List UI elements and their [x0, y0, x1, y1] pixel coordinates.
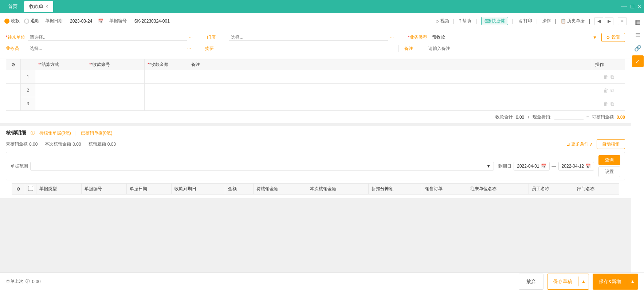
- cash-discount-input[interactable]: [554, 114, 584, 120]
- close-btn[interactable]: ×: [638, 3, 641, 10]
- verif-info-icon[interactable]: ⓘ: [31, 130, 35, 136]
- bottom-table-header: ⚙ 单据类型 单据编号 单据日期 收款到期日 金额 待核销金额 本次核销金额 折…: [12, 184, 619, 195]
- biz-type-dropdown-icon[interactable]: ▼: [593, 35, 597, 40]
- plus-sign: +: [527, 115, 530, 120]
- salesperson-field: 业务员 ···: [6, 45, 193, 52]
- help-btn[interactable]: ? 帮助: [459, 18, 471, 24]
- maximize-btn[interactable]: □: [631, 3, 634, 10]
- row1-delete-icon[interactable]: 🗑: [603, 74, 608, 80]
- video-btn[interactable]: ▷ 视频: [436, 18, 449, 24]
- divider-1: [201, 34, 201, 41]
- nav-next-btn[interactable]: ▶: [605, 17, 613, 25]
- col-payment-header: **结算方式: [35, 59, 86, 70]
- pending-tab[interactable]: 待核销单据(0笔): [39, 130, 71, 136]
- tab-divider: |: [75, 130, 76, 136]
- print-btn[interactable]: 🖨 打印: [518, 18, 532, 24]
- tab-active[interactable]: 收款单 ×: [24, 1, 53, 12]
- radio-refund[interactable]: 退款: [24, 18, 39, 24]
- partner-more-btn[interactable]: ···: [187, 35, 195, 40]
- sidebar-attachment-icon[interactable]: 🔗: [632, 42, 644, 54]
- row3-amount[interactable]: [145, 97, 188, 111]
- sidebar-list-icon[interactable]: ☰: [632, 29, 644, 41]
- cash-discount-label: 现金折扣:: [533, 114, 551, 120]
- equals-sign: =: [586, 115, 589, 120]
- radio-refund-label: 退款: [31, 18, 39, 24]
- due-date-label: 到期日: [498, 163, 511, 169]
- notes-field: 备注: [404, 45, 592, 52]
- row1-copy-icon[interactable]: ⧉: [610, 74, 614, 80]
- more-cond-btn[interactable]: ⊿ 更多条件 ∧: [566, 141, 593, 147]
- row3-delete-icon[interactable]: 🗑: [603, 101, 608, 107]
- filter-setting-btn[interactable]: 设置: [598, 166, 620, 177]
- summary-input[interactable]: [227, 45, 392, 52]
- store-more-btn[interactable]: ···: [388, 35, 396, 40]
- current-verif-value: 0.00: [72, 142, 81, 147]
- bottom-col-employee: 员工名称: [529, 184, 574, 195]
- number-label: 单据编号: [109, 18, 127, 24]
- bottom-col-checkbox[interactable]: [25, 184, 36, 195]
- row3-gear: [6, 97, 21, 111]
- collect-total-value: 0.00: [516, 115, 524, 120]
- query-btn[interactable]: 查询: [598, 155, 620, 165]
- verification-section: 核销明细 ⓘ 待核销单据(0笔) | 已核销单据(0笔) 未核销金额 0.00 …: [0, 126, 631, 198]
- tab-close-icon[interactable]: ×: [46, 4, 48, 9]
- partner-input[interactable]: [28, 34, 187, 41]
- footer-spacer: [0, 198, 631, 220]
- row2-notes[interactable]: [188, 84, 592, 97]
- diff-label: 核销差额: [89, 141, 106, 147]
- type-selector: 收款 退款: [4, 18, 39, 24]
- row1-account[interactable]: [86, 70, 145, 84]
- nav-prev-btn[interactable]: ◀: [594, 17, 603, 25]
- notes-label: 备注: [404, 46, 426, 52]
- col-action-header: 操作: [592, 59, 625, 70]
- row2-account[interactable]: [86, 84, 145, 97]
- store-input[interactable]: [229, 34, 388, 41]
- row1-notes[interactable]: [188, 70, 592, 84]
- row2-action: 🗑 ⧉: [592, 84, 625, 97]
- row2-amount[interactable]: [145, 84, 188, 97]
- row2-payment[interactable]: [35, 84, 86, 97]
- col-settings-header[interactable]: ⚙: [6, 59, 21, 70]
- date-to-input[interactable]: 2022-04-12 📅: [558, 162, 594, 171]
- main-scroll[interactable]: *往来单位 ··· 门店 ··· *业务类型 预收款 ▼: [0, 29, 644, 273]
- row2-delete-icon[interactable]: 🗑: [603, 87, 608, 93]
- done-tab[interactable]: 已核销单据(0笔): [81, 130, 113, 136]
- operation-btn[interactable]: 操作: [542, 18, 551, 24]
- history-btn[interactable]: 📋 历史单据: [561, 18, 585, 24]
- row1-payment[interactable]: [35, 70, 86, 84]
- range-label: 单据范围: [11, 163, 28, 169]
- current-verif-stat: 本次核销金额 0.00: [45, 141, 81, 147]
- sidebar-table-icon[interactable]: ▦: [632, 16, 644, 28]
- tab-home[interactable]: 首页: [3, 1, 23, 12]
- bottom-col-settings[interactable]: ⚙: [12, 184, 25, 195]
- diff-value: 0.00: [107, 142, 116, 147]
- table-row: 1 🗑 ⧉: [6, 70, 625, 84]
- salesperson-input[interactable]: [28, 45, 185, 52]
- auto-verif-btn[interactable]: 自动核销: [597, 139, 625, 149]
- radio-collect[interactable]: 收款: [4, 18, 20, 24]
- setting-btn[interactable]: ⚙ 设置: [601, 33, 625, 42]
- toolbar-right: ▷ 视频 | ? 帮助 | ⌨ 快捷键 | 🖨 打印 | 操作 | 📋 历史单据…: [436, 17, 640, 25]
- row2-copy-icon[interactable]: ⧉: [610, 87, 614, 94]
- row1-amount[interactable]: [145, 70, 188, 84]
- select-all-checkbox[interactable]: [28, 186, 33, 191]
- row3-payment[interactable]: [35, 97, 86, 111]
- date-to-calendar-icon[interactable]: 📅: [585, 164, 591, 169]
- sidebar-expand-icon[interactable]: ⤢: [632, 55, 644, 67]
- row3-copy-icon[interactable]: ⧉: [610, 101, 614, 107]
- bottom-table-section: ⚙ 单据类型 单据编号 单据日期 收款到期日 金额 待核销金额 本次核销金额 折…: [6, 183, 625, 195]
- row3-notes[interactable]: [188, 97, 592, 111]
- row3-account[interactable]: [86, 97, 145, 111]
- minimize-btn[interactable]: —: [621, 3, 627, 10]
- date-calendar-icon[interactable]: 📅: [98, 19, 103, 24]
- salesperson-more-btn[interactable]: ···: [185, 46, 193, 51]
- date-from-calendar-icon[interactable]: 📅: [541, 164, 546, 169]
- number-field: 单据编号 SK-20230324-001: [109, 18, 169, 24]
- range-select[interactable]: ▼: [30, 162, 494, 171]
- layout-btn[interactable]: ≡: [618, 17, 627, 25]
- date-from-input[interactable]: 2022-04-01 📅: [514, 162, 549, 171]
- notes-input[interactable]: [426, 45, 592, 52]
- partner-field: *往来单位 ···: [6, 34, 195, 41]
- row2-num: 2: [21, 84, 35, 97]
- shortcut-btn[interactable]: ⌨ 快捷键: [481, 17, 508, 25]
